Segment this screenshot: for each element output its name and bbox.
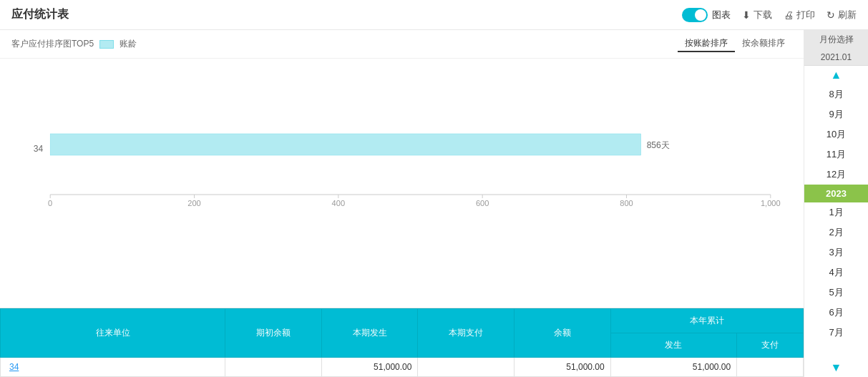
sidebar-month-item[interactable]: 9月 [804, 104, 868, 124]
sort-by-balance-button[interactable]: 按账龄排序 [678, 36, 735, 52]
legend-box [99, 40, 114, 49]
legend-box-label: 账龄 [120, 38, 137, 50]
svg-text:0: 0 [48, 199, 52, 207]
refresh-label: 刷新 [838, 9, 857, 21]
app-container: 应付统计表 图表 ⬇ 下载 🖨 打印 ↻ 刷新 [0, 0, 868, 377]
sidebar-month-item[interactable]: 12月 [804, 165, 868, 185]
sidebar-month-item[interactable]: 10月 [804, 124, 868, 145]
svg-text:600: 600 [476, 199, 489, 207]
svg-text:200: 200 [187, 199, 200, 207]
col5-header: 余额 [515, 309, 611, 358]
sidebar-month-item[interactable]: 2月 [804, 222, 868, 243]
toggle-track[interactable] [682, 8, 708, 22]
chart-legend: 客户应付排序图TOP5 账龄 [11, 38, 137, 50]
header: 应付统计表 图表 ⬇ 下载 🖨 打印 ↻ 刷新 [0, 0, 868, 30]
print-label: 打印 [796, 9, 815, 21]
svg-text:1,000: 1,000 [761, 199, 781, 207]
table-area: 往来单位 期初余额 本期发生 本期支付 余额 本年累计 发生 支付 [0, 308, 804, 377]
col1-header: 往来单位 [1, 309, 225, 358]
print-button[interactable]: 🖨 打印 [784, 9, 815, 21]
svg-text:34: 34 [34, 144, 44, 154]
cell-col5: 51,000.00 [515, 358, 611, 377]
toggle-thumb [695, 9, 706, 21]
cell-col6-sub1: 51,000.00 [610, 358, 737, 377]
chart-wrapper: 34 856天 0 200 400 600 800 1,000 [0, 59, 804, 308]
header-actions: 图表 ⬇ 下载 🖨 打印 ↻ 刷新 [682, 8, 857, 22]
chart-toggle[interactable]: 图表 [682, 8, 731, 22]
sort-by-amount-button[interactable]: 按余额排序 [735, 36, 792, 52]
chart-header: 客户应付排序图TOP5 账龄 按账龄排序 按余额排序 [0, 30, 804, 59]
bar-chart: 34 856天 0 200 400 600 800 1,000 [29, 66, 792, 230]
data-table: 往来单位 期初余额 本期发生 本期支付 余额 本年累计 发生 支付 [0, 308, 804, 377]
col6-sub1-header: 发生 [610, 333, 737, 358]
download-icon: ⬇ [742, 9, 751, 21]
refresh-button[interactable]: ↻ 刷新 [826, 9, 857, 21]
refresh-icon: ↻ [826, 9, 835, 21]
sidebar-month-item[interactable]: 11月 [804, 145, 868, 165]
page-title: 应付统计表 [11, 7, 69, 22]
col2-header: 期初余额 [225, 309, 322, 358]
col4-header: 本期支付 [418, 309, 515, 358]
sidebar-header: 月份选择 [804, 30, 868, 49]
download-label: 下载 [754, 9, 772, 21]
cell-col4 [418, 358, 515, 377]
cell-col3: 51,000.00 [321, 358, 418, 377]
cell-col6-sub2 [737, 358, 804, 377]
main-layout: 客户应付排序图TOP5 账龄 按账龄排序 按余额排序 34 856天 [0, 30, 868, 377]
table-row: 34 51,000.00 51,000.00 51,000.00 [1, 358, 804, 377]
sidebar-month-item[interactable]: 4月 [804, 263, 868, 283]
sidebar-month-item[interactable]: 8月 [804, 84, 868, 104]
cell-col1[interactable]: 34 [1, 358, 225, 377]
col6-sub2-header: 支付 [737, 333, 804, 358]
sidebar: 月份选择 2021.01 ▲ 8月9月10月11月12月20231月2月3月4月… [804, 30, 868, 377]
col3-header: 本期发生 [321, 309, 418, 358]
svg-text:800: 800 [620, 199, 633, 207]
sidebar-month-item[interactable]: 6月 [804, 303, 868, 323]
sidebar-month-item[interactable]: 3月 [804, 243, 868, 263]
legend-title: 客户应付排序图TOP5 [11, 38, 94, 50]
svg-text:856天: 856天 [647, 140, 670, 150]
sidebar-month-item[interactable]: 7月 [804, 323, 868, 343]
sidebar-month-item[interactable]: 1月 [804, 202, 868, 222]
download-button[interactable]: ⬇ 下载 [742, 9, 772, 21]
svg-text:400: 400 [332, 199, 345, 207]
sidebar-month-item[interactable]: 2023 [804, 185, 868, 202]
cell-col2 [225, 358, 322, 377]
print-icon: 🖨 [784, 9, 794, 21]
sidebar-scroll-up[interactable]: ▲ [804, 66, 868, 84]
col6-header: 本年累计 [610, 309, 803, 333]
svg-rect-1 [50, 134, 640, 155]
sidebar-month-item[interactable]: 5月 [804, 283, 868, 303]
sidebar-scroll-down[interactable]: ▼ [804, 358, 868, 377]
sidebar-months: 8月9月10月11月12月20231月2月3月4月5月6月7月 [804, 84, 868, 358]
sidebar-current-date: 2021.01 [804, 49, 868, 66]
chart-area: 客户应付排序图TOP5 账龄 按账龄排序 按余额排序 34 856天 [0, 30, 804, 377]
chart-toggle-label: 图表 [712, 9, 731, 21]
chart-sort-buttons: 按账龄排序 按余额排序 [678, 36, 792, 52]
